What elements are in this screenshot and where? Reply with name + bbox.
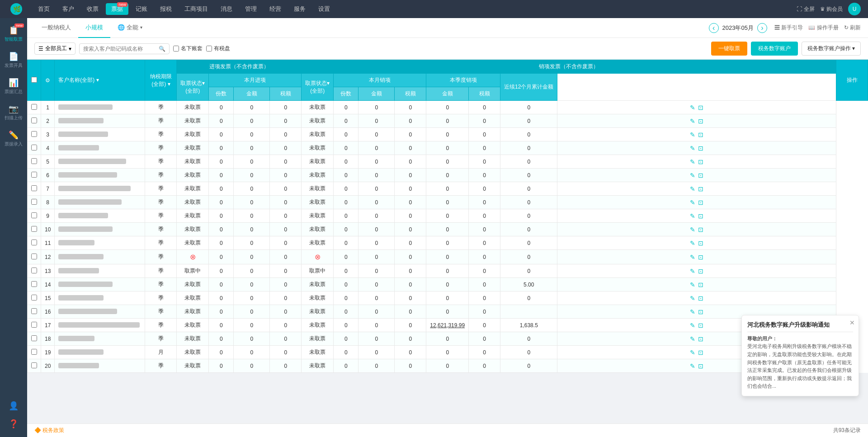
tax-ops-btn[interactable]: 税务数字账户操作 ▾ bbox=[802, 42, 861, 56]
edit-icon[interactable]: ✎ bbox=[690, 268, 695, 275]
row-checkbox[interactable] bbox=[31, 145, 37, 150]
edit-icon[interactable]: ✎ bbox=[690, 158, 695, 165]
copy-icon[interactable]: ⊡ bbox=[698, 240, 703, 247]
copy-icon[interactable]: ⊡ bbox=[698, 226, 703, 233]
nav-settings[interactable]: 设置 bbox=[313, 3, 335, 15]
refresh-link[interactable]: ↻ 刷新 bbox=[844, 24, 861, 32]
edit-icon[interactable]: ✎ bbox=[690, 281, 695, 288]
copy-icon[interactable]: ⊡ bbox=[698, 199, 703, 206]
row-checkbox[interactable] bbox=[31, 158, 37, 164]
edit-icon[interactable]: ✎ bbox=[690, 322, 695, 329]
row-checkbox[interactable] bbox=[31, 281, 37, 287]
cell-checkbox[interactable] bbox=[28, 236, 41, 250]
edit-icon[interactable]: ✎ bbox=[690, 254, 695, 261]
cell-checkbox[interactable] bbox=[28, 128, 41, 141]
tax-digital-btn[interactable]: 税务数字账户 bbox=[751, 42, 798, 56]
employee-select[interactable]: ☰ 全部员工 ▾ bbox=[34, 42, 75, 55]
edit-icon[interactable]: ✎ bbox=[690, 295, 695, 302]
nav-operation[interactable]: 经营 bbox=[264, 3, 287, 15]
edit-icon[interactable]: ✎ bbox=[690, 349, 695, 356]
edit-icon[interactable]: ✎ bbox=[690, 172, 695, 179]
sidebar-item-scan[interactable]: 📷 扫描上传 bbox=[1, 100, 26, 125]
sidebar-item-user[interactable]: 👤 bbox=[1, 397, 26, 415]
cell-checkbox[interactable] bbox=[28, 291, 41, 305]
row-checkbox[interactable] bbox=[31, 322, 37, 328]
copy-icon[interactable]: ⊡ bbox=[698, 281, 703, 288]
row-checkbox[interactable] bbox=[31, 185, 37, 191]
edit-icon[interactable]: ✎ bbox=[690, 131, 695, 138]
copy-icon[interactable]: ⊡ bbox=[698, 185, 703, 193]
cell-checkbox[interactable] bbox=[28, 223, 41, 236]
copy-icon[interactable]: ⊡ bbox=[698, 212, 703, 220]
edit-icon[interactable]: ✎ bbox=[690, 308, 695, 315]
copy-icon[interactable]: ⊡ bbox=[698, 295, 703, 302]
nav-home[interactable]: 首页 bbox=[33, 3, 55, 15]
cell-checkbox[interactable] bbox=[28, 264, 41, 278]
nav-invoice[interactable]: 票据new bbox=[106, 3, 128, 15]
row-checkbox[interactable] bbox=[31, 226, 37, 232]
cell-checkbox[interactable] bbox=[28, 319, 41, 332]
row-checkbox[interactable] bbox=[31, 131, 37, 137]
select-all-checkbox[interactable] bbox=[31, 77, 37, 83]
th-period[interactable]: 纳税期限(全部) ▾ bbox=[145, 60, 177, 101]
copy-icon[interactable]: ⊡ bbox=[698, 308, 703, 315]
nav-service[interactable]: 服务 bbox=[288, 3, 311, 15]
nav-receive[interactable]: 收票 bbox=[81, 3, 104, 15]
copy-icon[interactable]: ⊡ bbox=[698, 268, 703, 275]
row-checkbox[interactable] bbox=[31, 268, 37, 273]
sidebar-item-open-invoice[interactable]: 📄 发票开具 bbox=[1, 48, 26, 72]
th-client-name[interactable]: 客户名称(全部) ▾ bbox=[55, 60, 145, 101]
edit-icon[interactable]: ✎ bbox=[690, 240, 695, 247]
copy-icon[interactable]: ⊡ bbox=[698, 322, 703, 329]
cell-checkbox[interactable] bbox=[28, 155, 41, 169]
sidebar-item-help[interactable]: ❓ bbox=[1, 415, 26, 433]
row-checkbox[interactable] bbox=[31, 104, 37, 110]
copy-icon[interactable]: ⊡ bbox=[698, 254, 703, 261]
nav-accounting[interactable]: 记账 bbox=[130, 3, 153, 15]
edit-icon[interactable]: ✎ bbox=[690, 117, 695, 125]
cell-checkbox[interactable] bbox=[28, 182, 41, 196]
th-in-status[interactable]: 取票状态▾(全部) bbox=[177, 74, 209, 101]
edit-icon[interactable]: ✎ bbox=[690, 145, 695, 152]
cell-checkbox[interactable] bbox=[28, 305, 41, 319]
cell-checkbox[interactable] bbox=[28, 250, 41, 264]
manual-link[interactable]: 📖 操作手册 bbox=[808, 24, 838, 32]
user-avatar[interactable]: U bbox=[848, 3, 861, 15]
search-input[interactable] bbox=[83, 46, 157, 52]
checkbox-has-disk-input[interactable] bbox=[206, 46, 212, 52]
row-checkbox[interactable] bbox=[31, 254, 37, 259]
copy-icon[interactable]: ⊡ bbox=[698, 349, 703, 356]
cell-checkbox[interactable] bbox=[28, 278, 41, 291]
edit-icon[interactable]: ✎ bbox=[690, 226, 695, 233]
edit-icon[interactable]: ✎ bbox=[690, 104, 695, 111]
nav-client[interactable]: 客户 bbox=[57, 3, 80, 15]
row-checkbox[interactable] bbox=[31, 199, 37, 205]
row-checkbox[interactable] bbox=[31, 240, 37, 245]
notification-close-btn[interactable]: ✕ bbox=[849, 319, 855, 326]
row-checkbox[interactable] bbox=[31, 212, 37, 218]
checkbox-sub-accounts-input[interactable] bbox=[173, 46, 179, 52]
copy-icon[interactable]: ⊡ bbox=[698, 172, 703, 179]
cell-checkbox[interactable] bbox=[28, 359, 41, 373]
edit-icon[interactable]: ✎ bbox=[690, 362, 695, 370]
row-checkbox[interactable] bbox=[31, 362, 37, 368]
cell-checkbox[interactable] bbox=[28, 209, 41, 223]
row-checkbox[interactable] bbox=[31, 349, 37, 355]
copy-icon[interactable]: ⊡ bbox=[698, 158, 703, 165]
edit-icon[interactable]: ✎ bbox=[690, 335, 695, 343]
copy-icon[interactable]: ⊡ bbox=[698, 145, 703, 152]
date-next-arrow[interactable]: › bbox=[757, 23, 767, 33]
membership-btn[interactable]: ♛ 购会员 bbox=[820, 5, 843, 13]
cell-checkbox[interactable] bbox=[28, 169, 41, 182]
cell-checkbox[interactable] bbox=[28, 332, 41, 346]
nav-business[interactable]: 工商项目 bbox=[179, 3, 213, 15]
cell-checkbox[interactable] bbox=[28, 101, 41, 114]
date-prev-arrow[interactable]: ‹ bbox=[709, 23, 719, 33]
row-checkbox[interactable] bbox=[31, 117, 37, 123]
guide-link[interactable]: ☰ 新手引导 bbox=[774, 24, 803, 32]
nav-manage[interactable]: 管理 bbox=[240, 3, 262, 15]
sidebar-item-smart-invoice[interactable]: 📋 智能取票 new bbox=[1, 22, 26, 46]
tax-policy-link[interactable]: 🔶 税务政策 bbox=[34, 427, 64, 434]
row-checkbox[interactable] bbox=[31, 172, 37, 178]
cell-checkbox[interactable] bbox=[28, 346, 41, 359]
